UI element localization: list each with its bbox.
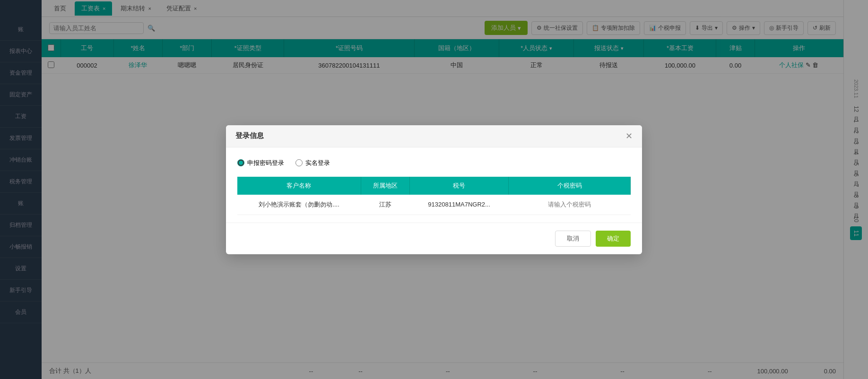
tax-password-input[interactable] bbox=[514, 201, 625, 208]
dialog-cell-region: 江苏 bbox=[361, 195, 409, 215]
dialog-cell-name: 刘小艳演示账套（勿删勿动.... bbox=[237, 195, 361, 215]
dialog-col-region: 所属地区 bbox=[361, 177, 409, 195]
login-dialog: 登录信息 ✕ 申报密码登录 实名登录 客户名称 bbox=[226, 125, 642, 254]
dialog-close-button[interactable]: ✕ bbox=[625, 131, 633, 141]
login-info-table: 客户名称 所属地区 税号 个税密码 刘小艳演示账套（勿删勿动.... 江苏 91… bbox=[237, 177, 631, 215]
dialog-title: 登录信息 bbox=[235, 131, 264, 140]
radio-realname-login[interactable]: 实名登录 bbox=[295, 159, 330, 167]
confirm-button[interactable]: 确定 bbox=[596, 231, 631, 247]
dialog-col-tax-id: 税号 bbox=[410, 177, 509, 195]
dialog-cell-tax-pwd[interactable] bbox=[509, 195, 631, 215]
radio-password-login[interactable]: 申报密码登录 bbox=[237, 159, 284, 167]
dialog-cell-tax-id: 91320811MA7NGR2... bbox=[410, 195, 509, 215]
cancel-button[interactable]: 取消 bbox=[555, 231, 591, 247]
dialog-table-row: 刘小艳演示账套（勿删勿动.... 江苏 91320811MA7NGR2... bbox=[237, 195, 631, 215]
radio-realname-input[interactable] bbox=[295, 159, 303, 166]
dialog-footer: 取消 确定 bbox=[226, 223, 642, 254]
dialog-col-tax-pwd: 个税密码 bbox=[509, 177, 631, 195]
dialog-header: 登录信息 ✕ bbox=[226, 125, 642, 147]
dialog-body: 申报密码登录 实名登录 客户名称 所属地区 税号 个税密码 bbox=[226, 147, 642, 223]
login-type-radio-group: 申报密码登录 实名登录 bbox=[237, 159, 631, 167]
radio-password-input[interactable] bbox=[237, 159, 244, 166]
dialog-col-name: 客户名称 bbox=[237, 177, 361, 195]
modal-overlay: 登录信息 ✕ 申报密码登录 实名登录 客户名称 bbox=[0, 0, 868, 379]
